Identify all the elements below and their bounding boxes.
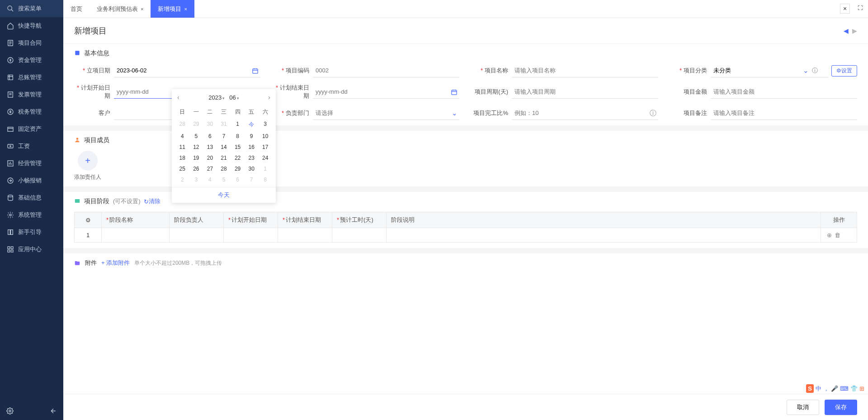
sidebar-item-ops[interactable]: 经营管理 bbox=[0, 155, 63, 172]
keyboard-icon[interactable]: ⌨ bbox=[840, 385, 849, 392]
day-cell[interactable]: 28 bbox=[175, 119, 189, 131]
comma-icon[interactable]: ， bbox=[823, 385, 829, 393]
day-cell[interactable]: 26 bbox=[189, 163, 203, 174]
sidebar-item-assets[interactable]: 固定资产 bbox=[0, 120, 63, 138]
sidebar-item-funds[interactable]: 资金管理 bbox=[0, 52, 63, 69]
ime-icon[interactable]: S bbox=[806, 384, 814, 393]
help-icon[interactable]: ⓘ bbox=[812, 67, 818, 75]
day-cell[interactable]: 3 bbox=[189, 174, 203, 185]
input-je[interactable] bbox=[711, 85, 857, 99]
ime-lang[interactable]: 中 bbox=[816, 385, 821, 393]
chevron-down-icon[interactable]: ⌄ bbox=[452, 109, 458, 117]
input-zq[interactable] bbox=[512, 85, 658, 99]
day-cell[interactable]: 29 bbox=[231, 163, 245, 174]
close-all-tabs-button[interactable]: × bbox=[840, 4, 850, 14]
sidebar-item-contract[interactable]: 项目合同 bbox=[0, 34, 63, 52]
day-cell[interactable]: 17 bbox=[258, 142, 272, 153]
sidebar-item-guide[interactable]: 新手引导 bbox=[0, 224, 63, 241]
sidebar-item-quicknav[interactable]: 快捷导航 bbox=[0, 17, 63, 34]
close-icon[interactable]: × bbox=[141, 6, 143, 12]
day-cell[interactable]: 31 bbox=[217, 119, 231, 131]
calendar-icon[interactable] bbox=[451, 89, 458, 95]
prev-month-icon[interactable]: ‹ bbox=[177, 94, 179, 101]
help-icon[interactable]: ⓘ bbox=[650, 109, 656, 118]
sidebar-item-expense[interactable]: 小畅报销 bbox=[0, 172, 63, 189]
input-xmmc[interactable] bbox=[512, 64, 658, 77]
day-cell[interactable]: 8 bbox=[231, 131, 245, 142]
day-cell[interactable]: 28 bbox=[217, 163, 231, 174]
sidebar-item-apps[interactable]: 应用中心 bbox=[0, 241, 63, 258]
day-cell[interactable]: 23 bbox=[245, 153, 259, 163]
mic-icon[interactable]: 🎤 bbox=[831, 385, 838, 392]
sidebar-item-ledger[interactable]: 总账管理 bbox=[0, 69, 63, 86]
tab-newproject[interactable]: 新增项目× bbox=[151, 0, 194, 18]
day-cell[interactable]: 7 bbox=[245, 174, 259, 185]
day-cell[interactable]: 12 bbox=[189, 142, 203, 153]
day-cell[interactable]: 25 bbox=[175, 163, 189, 174]
table-row[interactable]: 1 ⊕🗑 bbox=[75, 228, 857, 243]
input-fzbm[interactable] bbox=[313, 106, 459, 120]
day-cell[interactable]: 4 bbox=[203, 174, 217, 185]
delete-row-icon[interactable]: 🗑 bbox=[835, 232, 840, 239]
day-cell[interactable]: 13 bbox=[203, 142, 217, 153]
day-cell[interactable]: 30 bbox=[203, 119, 217, 131]
day-cell[interactable]: 20 bbox=[203, 153, 217, 163]
day-cell[interactable]: 19 bbox=[189, 153, 203, 163]
input-wgbl[interactable] bbox=[512, 106, 658, 120]
day-cell[interactable]: 5 bbox=[189, 131, 203, 142]
datepicker-year[interactable]: 2023 bbox=[208, 94, 225, 101]
day-cell[interactable]: 27 bbox=[203, 163, 217, 174]
day-cell[interactable]: 16 bbox=[245, 142, 259, 153]
day-cell[interactable]: 1 bbox=[258, 163, 272, 174]
day-cell[interactable]: 3 bbox=[258, 119, 272, 131]
add-member-button[interactable]: + bbox=[78, 151, 98, 171]
sidebar-item-salary[interactable]: 工资 bbox=[0, 138, 63, 155]
day-cell[interactable]: 9 bbox=[245, 131, 259, 142]
settings-button[interactable]: ⚙ 设置 bbox=[831, 65, 857, 76]
day-cell[interactable]: 7 bbox=[217, 131, 231, 142]
tab-profit[interactable]: 业务利润预估表× bbox=[90, 0, 151, 18]
input-bz[interactable] bbox=[711, 106, 857, 120]
clear-button[interactable]: 清除 bbox=[149, 197, 160, 205]
day-cell[interactable]: 18 bbox=[175, 153, 189, 163]
refresh-icon[interactable]: ↻ bbox=[144, 198, 149, 205]
save-button[interactable]: 保存 bbox=[825, 400, 857, 415]
calendar-icon[interactable] bbox=[252, 67, 259, 74]
day-cell[interactable]: 4 bbox=[175, 131, 189, 142]
day-cell[interactable]: 8 bbox=[258, 174, 272, 185]
input-lxrq[interactable] bbox=[114, 64, 260, 77]
cancel-button[interactable]: 取消 bbox=[787, 400, 819, 415]
day-cell[interactable]: 30 bbox=[245, 163, 259, 174]
input-xmbm[interactable] bbox=[313, 64, 459, 77]
shirt-icon[interactable]: 👕 bbox=[850, 385, 858, 392]
gear-icon[interactable]: ⚙ bbox=[85, 217, 91, 224]
day-cell[interactable]: 今 bbox=[245, 119, 259, 131]
sidebar-item-invoice[interactable]: 发票管理 bbox=[0, 86, 63, 103]
sidebar-item-system[interactable]: 系统管理 bbox=[0, 206, 63, 224]
sidebar-item-search[interactable]: 搜索菜单 bbox=[0, 0, 63, 17]
collapse-icon[interactable] bbox=[50, 407, 57, 415]
day-cell[interactable]: 10 bbox=[258, 131, 272, 142]
settings-icon[interactable] bbox=[6, 407, 14, 415]
day-cell[interactable]: 6 bbox=[203, 131, 217, 142]
today-link[interactable]: 今天 bbox=[218, 191, 230, 198]
day-cell[interactable]: 22 bbox=[231, 153, 245, 163]
day-cell[interactable]: 11 bbox=[175, 142, 189, 153]
day-cell[interactable]: 14 bbox=[217, 142, 231, 153]
fullscreen-icon[interactable] bbox=[857, 5, 863, 11]
chevron-down-icon[interactable]: ⌄ bbox=[803, 67, 809, 75]
day-cell[interactable]: 2 bbox=[175, 174, 189, 185]
day-cell[interactable]: 24 bbox=[258, 153, 272, 163]
input-jhjs[interactable] bbox=[313, 85, 459, 99]
day-cell[interactable]: 29 bbox=[189, 119, 203, 131]
datepicker-month[interactable]: 06 bbox=[229, 94, 239, 101]
day-cell[interactable]: 5 bbox=[217, 174, 231, 185]
grid-icon[interactable]: ⊞ bbox=[859, 385, 864, 392]
input-xmfl[interactable] bbox=[711, 64, 829, 77]
next-month-icon[interactable]: › bbox=[268, 94, 270, 101]
add-attachment-button[interactable]: + 添加附件 bbox=[101, 259, 130, 267]
tab-home[interactable]: 首页 bbox=[63, 0, 90, 18]
next-icon[interactable]: ▶ bbox=[852, 27, 857, 34]
day-cell[interactable]: 6 bbox=[231, 174, 245, 185]
prev-icon[interactable]: ◀ bbox=[844, 27, 849, 34]
